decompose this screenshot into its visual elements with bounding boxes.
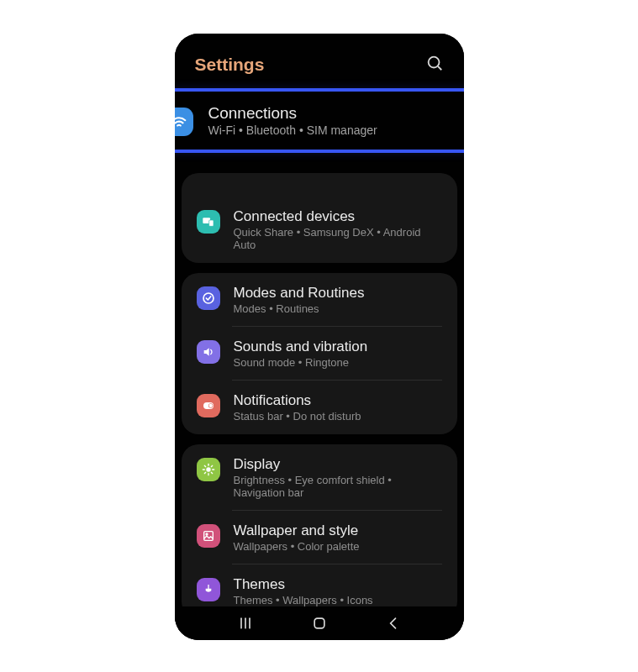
row-text: Connections Wi-Fi • Bluetooth • SIM mana… [208,104,447,137]
settings-item-connected-devices[interactable]: Connected devices Quick Share • Samsung … [182,197,457,263]
row-title: Modes and Routines [234,285,442,302]
nav-recents-button[interactable] [237,615,254,632]
row-title: Display [234,456,442,473]
settings-item-notifications[interactable]: Notifications Status bar • Do not distur… [182,381,457,434]
svg-rect-22 [314,618,324,628]
wallpaper-icon [197,524,220,548]
row-title: Connected devices [234,208,442,225]
row-subtitle: Wi-Fi • Bluetooth • SIM manager [208,123,447,137]
phone-frame: Settings Connections Wi-Fi • Bluetooth [175,34,464,640]
settings-card: Connected devices Quick Share • Samsung … [182,173,457,263]
notifications-icon [197,394,220,417]
page-title: Settings [195,55,265,75]
row-title: Connections [208,104,447,123]
svg-point-0 [428,57,439,68]
display-icon [197,458,220,481]
settings-card: Display Brightness • Eye comfort shield … [182,444,457,618]
row-title: Themes [234,576,442,593]
settings-item-sounds[interactable]: Sounds and vibration Sound mode • Ringto… [182,327,457,381]
wifi-icon [175,108,193,136]
row-text: Wallpaper and style Wallpapers • Color p… [234,522,442,553]
svg-point-7 [208,404,212,407]
settings-item-display[interactable]: Display Brightness • Eye comfort shield … [182,444,457,511]
search-button[interactable] [425,54,444,76]
svg-line-13 [204,465,205,466]
settings-card: Modes and Routines Modes • Routines Soun… [182,273,457,434]
row-title: Notifications [234,392,442,409]
row-subtitle: Quick Share • Samsung DeX • Android Auto [234,226,442,251]
themes-icon [197,578,220,601]
modes-icon [197,286,220,310]
svg-line-15 [204,472,205,473]
nav-home-button[interactable] [311,615,328,632]
row-text: Display Brightness • Eye comfort shield … [234,456,442,499]
row-text: Themes Themes • Wallpapers • Icons [234,576,442,606]
settings-header: Settings [175,34,464,89]
devices-icon [197,210,220,234]
svg-line-1 [438,66,441,70]
row-text: Connected devices Quick Share • Samsung … [234,208,442,251]
row-title: Sounds and vibration [234,339,442,355]
search-icon [425,54,444,72]
phone-screen: Settings Connections Wi-Fi • Bluetooth [175,34,464,640]
row-text: Sounds and vibration Sound mode • Ringto… [234,339,442,369]
svg-point-18 [206,533,208,535]
nav-back-button[interactable] [385,615,402,632]
sound-icon [197,340,220,364]
row-text: Notifications Status bar • Do not distur… [234,392,442,423]
row-subtitle: Sound mode • Ringtone [234,356,442,369]
row-title: Wallpaper and style [234,522,442,539]
settings-item-modes[interactable]: Modes and Routines Modes • Routines [182,273,457,327]
row-subtitle: Brightness • Eye comfort shield • Naviga… [234,474,442,499]
svg-line-16 [211,465,212,466]
row-subtitle: Status bar • Do not disturb [234,410,442,423]
row-subtitle: Wallpapers • Color palette [234,540,442,553]
svg-rect-17 [203,532,213,541]
settings-item-wallpaper[interactable]: Wallpaper and style Wallpapers • Color p… [182,511,457,564]
svg-line-14 [211,472,212,473]
navigation-bar [175,606,464,640]
svg-point-8 [206,467,210,471]
settings-item-connections[interactable]: Connections Wi-Fi • Bluetooth • SIM mana… [175,88,464,153]
svg-rect-3 [208,220,213,226]
row-text: Modes and Routines Modes • Routines [234,285,442,315]
row-subtitle: Modes • Routines [234,302,442,315]
row-subtitle: Themes • Wallpapers • Icons [234,594,442,606]
